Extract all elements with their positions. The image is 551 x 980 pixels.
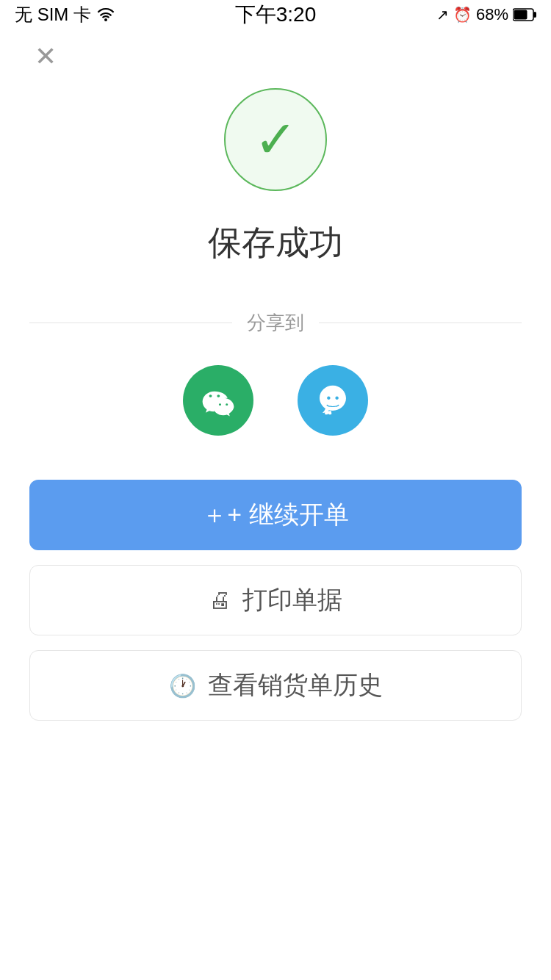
status-bar-left: 无 SIM 卡: [15, 3, 115, 26]
clock-icon: 🕐: [169, 673, 196, 699]
main-content: ✓ 保存成功 分享到: [0, 29, 551, 721]
status-bar: 无 SIM 卡 下午3:20 ↗ ⏰ 68%: [0, 0, 551, 29]
no-sim-text: 无 SIM 卡: [15, 3, 91, 26]
qq-share-button[interactable]: [298, 365, 368, 436]
wechat-icon: [198, 381, 238, 420]
close-button[interactable]: ✕: [29, 40, 62, 73]
history-button[interactable]: 🕐 查看销货单历史: [29, 650, 522, 721]
location-icon: ↗: [436, 6, 449, 24]
svg-rect-2: [514, 10, 527, 20]
divider-line-right: [319, 323, 522, 323]
continue-button[interactable]: ＋ + 继续开单: [29, 480, 522, 550]
battery-text: 68%: [476, 5, 508, 24]
share-label: 分享到: [232, 310, 319, 336]
divider-line-left: [29, 323, 232, 323]
printer-icon: 🖨: [209, 588, 231, 613]
history-button-label: 查看销货单历史: [208, 669, 383, 702]
action-buttons: ＋ + 继续开单 🖨 打印单据 🕐 查看销货单历史: [0, 480, 551, 721]
status-bar-time: 下午3:20: [235, 1, 317, 29]
share-divider: 分享到: [29, 310, 522, 336]
qq-icon: [313, 381, 353, 420]
print-button[interactable]: 🖨 打印单据: [29, 565, 522, 635]
wechat-share-button[interactable]: [183, 365, 253, 436]
close-x-icon: ✕: [35, 43, 57, 70]
checkmark-icon: ✓: [254, 114, 298, 165]
svg-rect-1: [533, 12, 536, 18]
battery-icon: [513, 8, 536, 21]
continue-button-label: + 继续开单: [227, 498, 348, 532]
alarm-icon: ⏰: [453, 6, 472, 24]
plus-icon: ＋: [202, 498, 227, 532]
share-icons-row: [29, 365, 522, 436]
success-title: 保存成功: [208, 220, 343, 266]
print-button-label: 打印单据: [242, 583, 342, 617]
wifi-icon: [97, 8, 115, 21]
success-icon-circle: ✓: [224, 88, 327, 191]
status-bar-right: ↗ ⏰ 68%: [436, 5, 536, 24]
share-section: 分享到: [0, 310, 551, 436]
